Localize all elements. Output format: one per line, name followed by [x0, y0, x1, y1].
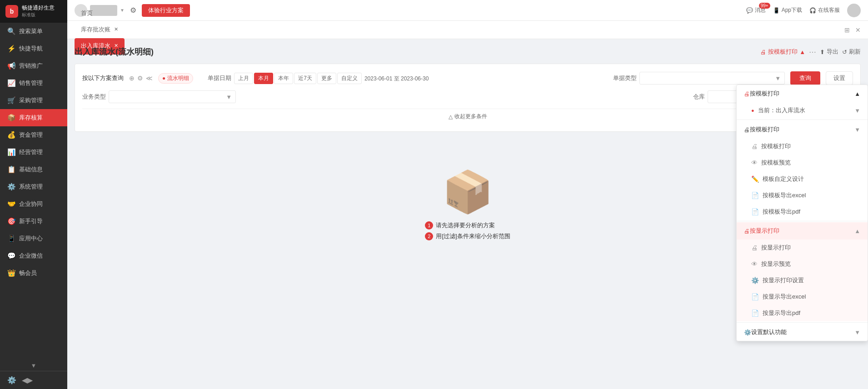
collapse-label: 收起更多条件 — [454, 113, 487, 120]
dropdown-item-template-customize[interactable]: ✏️ 模板自定义设计 — [737, 171, 868, 187]
sidebar-icon-inventory: 📦 — [7, 114, 15, 122]
template-print-button[interactable]: 🖨 按模板打印 ▲ — [760, 48, 805, 56]
sidebar-item-guide[interactable]: 🎯 新手引导 — [0, 213, 67, 230]
voucher-type-select[interactable]: ▼ — [639, 72, 785, 85]
sidebar-scroll-down[interactable]: ▼ — [0, 360, 67, 371]
sidebar-icon-quick-nav: ⚡ — [7, 45, 15, 53]
biz-type-select[interactable]: ▼ — [109, 90, 236, 103]
collapse-left-icon[interactable]: ≪ — [146, 75, 153, 82]
date-btn-近7天[interactable]: 近7天 — [294, 73, 316, 84]
tab-batch-account[interactable]: 库存批次账✕ — [75, 22, 125, 38]
dropdown-item-template-print[interactable]: 🖨 按模板打印 — [737, 138, 868, 155]
collapse-icon[interactable]: ◀▶ — [22, 376, 33, 384]
sidebar-icon-system: ⚙️ — [7, 183, 15, 191]
section-icon-default-setting: ⚙️ — [744, 329, 751, 336]
section-chevron-display-print-section: ▲ — [854, 228, 860, 234]
sidebar-item-wx[interactable]: 💬 企业微信 — [0, 247, 67, 264]
close-tab-icon[interactable]: ✕ — [855, 26, 861, 34]
sidebar-item-basic[interactable]: 📋 基础信息 — [0, 161, 67, 178]
sidebar-item-app-center[interactable]: 📱 应用中心 — [0, 230, 67, 247]
date-buttons: 上月本月本年近7天更多自定义 — [234, 73, 362, 84]
setting-button[interactable]: 设置 — [826, 71, 853, 85]
sidebar-items: 🔍 搜索菜单 ⚡ 快捷导航 📢 营销推广 📈 销售管理 🛒 采购管理 📦 库存核… — [0, 23, 67, 282]
sidebar-label-member: 畅会员 — [19, 269, 37, 277]
date-btn-上月[interactable]: 上月 — [234, 73, 253, 84]
online-service-item[interactable]: 🎧 在线客服 — [809, 6, 840, 14]
export-button[interactable]: ⬆ 导出 — [820, 48, 838, 56]
tab-home[interactable]: 首页 — [75, 5, 125, 22]
item-label-display-print: 按显示打印 — [761, 244, 791, 252]
voucher-type-field: 单据类型 ▼ — [613, 72, 785, 85]
page-header: 出入库流水(流水明细) 🖨 按模板打印 ▲ ⋯ ⬆ 导出 ↺ 刷新 — [75, 46, 861, 57]
tab-expand-icon[interactable]: ⊞ ✕ — [844, 26, 861, 34]
item-label-template-export-excel: 按模板导出excel — [763, 191, 806, 199]
dropdown-item-template-preview[interactable]: 👁 按模板预览 — [737, 155, 868, 171]
date-btn-更多[interactable]: 更多 — [317, 73, 336, 84]
item-icon-template-print: 🖨 — [751, 143, 758, 150]
sidebar-item-member[interactable]: 👑 畅会员 — [0, 264, 67, 282]
section-icon-display-print-section: 🖨 — [744, 228, 750, 234]
settings-icon[interactable]: ⚙️ — [7, 376, 16, 384]
date-btn-自定义[interactable]: 自定义 — [337, 73, 362, 84]
sidebar-icon-marketing: 📢 — [7, 62, 15, 70]
online-service-label: 在线客服 — [818, 6, 840, 14]
sidebar-icon-finance: 💰 — [7, 131, 15, 139]
query-button[interactable]: 查询 — [790, 71, 820, 85]
item-icon-template-export-pdf: 📄 — [751, 208, 759, 215]
sidebar-item-inventory[interactable]: 📦 库存核算 — [0, 109, 67, 126]
section-label-template-print-section: 按模板打印 — [750, 125, 779, 134]
sidebar-label-finance: 资金管理 — [19, 131, 43, 139]
sidebar: b 畅捷通好生意 标准版 🔍 搜索菜单 ⚡ 快捷导航 📢 营销推广 📈 销售管理… — [0, 0, 67, 389]
sidebar-item-sales[interactable]: 📈 销售管理 — [0, 75, 67, 92]
dropdown-header[interactable]: 🖨 按模板打印 ▲ — [737, 85, 868, 102]
dropdown-item-display-print[interactable]: 🖨 按显示打印 — [737, 239, 868, 256]
sidebar-label-operation: 经营管理 — [19, 148, 43, 156]
sidebar-label-sales: 销售管理 — [19, 79, 43, 87]
dropdown-item-display-preview[interactable]: 👁 按显示预览 — [737, 256, 868, 272]
tip-num-1: 1 — [425, 221, 433, 229]
sidebar-item-marketing[interactable]: 📢 营销推广 — [0, 57, 67, 75]
message-icon-item[interactable]: 💬 消息 99+ — [746, 6, 766, 14]
sidebar-label-guide: 新手引导 — [19, 217, 43, 225]
app-download-item[interactable]: 📱 App下载 — [773, 6, 802, 14]
date-btn-本月[interactable]: 本月 — [254, 73, 273, 84]
item-icon-display-export-pdf: 📄 — [751, 309, 759, 317]
current-item-icon: ● — [751, 108, 754, 113]
config-icon[interactable]: ⚙ — [137, 75, 143, 82]
sidebar-label-enterprise: 企业协同 — [19, 200, 43, 208]
sidebar-item-finance[interactable]: 💰 资金管理 — [0, 126, 67, 144]
add-icon[interactable]: ⊕ — [129, 75, 135, 82]
page-content: 出入库流水(流水明细) 🖨 按模板打印 ▲ ⋯ ⬆ 导出 ↺ 刷新 — [67, 39, 868, 389]
sidebar-label-marketing: 营销推广 — [19, 62, 43, 70]
trial-button[interactable]: 体验行业方案 — [142, 4, 190, 17]
dropdown-item-display-export-pdf[interactable]: 📄 按显示导出pdf — [737, 305, 868, 321]
sidebar-item-quick-nav[interactable]: ⚡ 快捷导航 — [0, 40, 67, 57]
sidebar-item-enterprise[interactable]: 🤝 企业协同 — [0, 195, 67, 213]
gear-icon[interactable]: ⚙ — [130, 6, 136, 15]
dropdown-item-display-print-setting[interactable]: ⚙️ 按显示打印设置 — [737, 272, 868, 289]
date-label: 单据日期 — [208, 74, 231, 82]
date-btn-本年[interactable]: 本年 — [274, 73, 293, 84]
user-avatar-top[interactable] — [847, 4, 861, 17]
dropdown-item-display-export-excel[interactable]: 📄 按显示导出excel — [737, 289, 868, 305]
sidebar-item-purchase[interactable]: 🛒 采购管理 — [0, 92, 67, 109]
sidebar-icon-purchase: 🛒 — [7, 96, 15, 105]
sidebar-item-search[interactable]: 🔍 搜索菜单 — [0, 23, 67, 40]
tab-close-batch-account[interactable]: ✕ — [114, 26, 118, 32]
template-print-chevron-up-icon: ▲ — [799, 49, 805, 55]
refresh-button[interactable]: ↺ 刷新 — [842, 48, 861, 56]
dropdown-item-template-export-excel[interactable]: 📄 按模板导出excel — [737, 187, 868, 204]
date-range: 2023-06-01 至 2023-06-30 — [364, 75, 429, 83]
dropdown-section-template-print-section[interactable]: 🖨 按模板打印 ▼ — [737, 121, 868, 138]
filter-tag[interactable]: ● 流水明细 — [158, 73, 193, 84]
dropdown-section-default-setting[interactable]: ⚙️ 设置默认功能 ▼ — [737, 324, 868, 341]
sidebar-item-system[interactable]: ⚙️ 系统管理 — [0, 178, 67, 195]
dropdown-current-item[interactable]: ● 当前：出入库流水 ▼ — [737, 102, 868, 119]
dropdown-item-template-export-pdf[interactable]: 📄 按模板导出pdf — [737, 204, 868, 220]
dropdown-section-display-print-section[interactable]: 🖨 按显示打印 ▲ — [737, 222, 868, 239]
sidebar-item-operation[interactable]: 📊 经营管理 — [0, 144, 67, 161]
dropdown-header-chevron-up-icon: ▲ — [854, 90, 860, 97]
app-logo: b 畅捷通好生意 标准版 — [0, 0, 67, 23]
headset-icon: 🎧 — [809, 7, 816, 14]
tip-text-1: 请先选择要分析的方案 — [436, 221, 495, 229]
